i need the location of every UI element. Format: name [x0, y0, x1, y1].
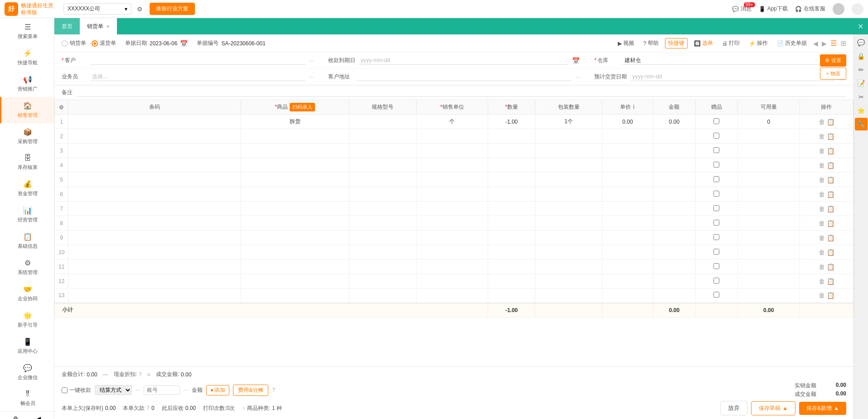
qty-cell[interactable]	[488, 289, 535, 303]
barcode-cell[interactable]	[68, 245, 241, 260]
qty-cell[interactable]	[488, 158, 535, 173]
spec-cell[interactable]	[349, 231, 416, 245]
gift-checkbox[interactable]	[713, 249, 719, 255]
barcode-cell[interactable]	[68, 187, 241, 202]
v-btn-5[interactable]: ✂	[855, 91, 868, 103]
price-cell[interactable]	[602, 274, 653, 289]
price-cell[interactable]	[602, 289, 653, 303]
addr-dots[interactable]: ···	[575, 74, 580, 80]
copy-icon[interactable]: 📋	[827, 249, 834, 256]
barcode-cell[interactable]	[68, 274, 241, 289]
unit-cell[interactable]	[416, 129, 488, 144]
qty-cell[interactable]: -1.00	[488, 115, 535, 129]
gift-cell[interactable]	[695, 173, 737, 187]
select-btn[interactable]: 🔲 选单	[691, 39, 716, 48]
amount-cell[interactable]	[653, 245, 695, 260]
expected-date-input[interactable]	[630, 72, 835, 81]
qty-cell[interactable]	[488, 144, 535, 158]
amount-cell[interactable]	[653, 202, 695, 216]
barcode-input[interactable]	[72, 220, 237, 226]
sidebar-item-quicknav[interactable]: ⚡ 快捷导航	[0, 44, 54, 71]
barcode-input[interactable]	[72, 191, 237, 197]
product-cell[interactable]	[241, 231, 349, 245]
barcode-cell[interactable]	[68, 144, 241, 158]
settings-button[interactable]: ⚙	[133, 3, 146, 15]
spec-cell[interactable]	[349, 187, 416, 202]
customer-dots[interactable]: ···	[309, 58, 314, 64]
gift-checkbox[interactable]	[713, 133, 719, 139]
qty-cell[interactable]	[488, 216, 535, 231]
pkg-qty-cell[interactable]: 1个	[535, 115, 602, 129]
pkg-qty-cell[interactable]	[535, 274, 602, 289]
amount-cell[interactable]	[653, 187, 695, 202]
gift-cell[interactable]	[695, 260, 737, 274]
price-cell[interactable]: 0.00	[602, 115, 653, 129]
amount-cell[interactable]	[653, 144, 695, 158]
prev-debt-info-icon[interactable]: ?	[146, 405, 150, 411]
price-info-icon[interactable]: ℹ	[633, 104, 635, 110]
customer-input[interactable]	[90, 56, 305, 65]
sidebar-item-wecom[interactable]: 💬 企业微信	[0, 359, 54, 385]
sidebar-item-system[interactable]: ⚙ 系统管理	[0, 254, 54, 280]
barcode-cell[interactable]	[68, 216, 241, 231]
product-cell[interactable]	[241, 173, 349, 187]
gift-cell[interactable]	[695, 187, 737, 202]
gift-cell[interactable]	[695, 231, 737, 245]
delete-icon[interactable]: 🗑	[819, 191, 825, 198]
close-window-icon[interactable]: ✕	[858, 22, 863, 31]
gift-cell[interactable]	[695, 216, 737, 231]
delete-icon[interactable]: 🗑	[819, 147, 825, 154]
gift-checkbox[interactable]	[713, 191, 719, 197]
qty-cell[interactable]	[488, 129, 535, 144]
salesperson-input[interactable]	[90, 72, 305, 81]
gift-cell[interactable]	[695, 245, 737, 260]
save-new-button[interactable]: 保存&新增 ▲	[799, 402, 846, 415]
gift-checkbox[interactable]	[713, 205, 719, 211]
barcode-cell[interactable]	[68, 173, 241, 187]
one-click-payment-label[interactable]: 一键收款	[62, 386, 91, 394]
shortcut-btn[interactable]: 快捷键	[665, 38, 688, 48]
price-cell[interactable]	[602, 187, 653, 202]
sidebar-collapse-icon[interactable]: ◀	[37, 415, 41, 419]
sidebar-item-member[interactable]: 🎖 畅会员	[0, 385, 54, 411]
gift-checkbox[interactable]	[713, 220, 719, 226]
amount-cell[interactable]	[653, 158, 695, 173]
price-cell[interactable]	[602, 202, 653, 216]
gift-cell[interactable]	[695, 289, 737, 303]
product-cell[interactable]	[241, 202, 349, 216]
delete-icon[interactable]: 🗑	[819, 249, 825, 256]
payment-method-select[interactable]: 结算方式	[95, 385, 132, 395]
qty-cell[interactable]	[488, 274, 535, 289]
qty-cell[interactable]	[488, 202, 535, 216]
spec-cell[interactable]	[349, 129, 416, 144]
sidebar-item-sales[interactable]: 🏠 销售管理	[0, 97, 54, 123]
radio-sales[interactable]: 销货单	[62, 39, 86, 47]
save-draft-button[interactable]: 保存草稿 ▲	[751, 401, 795, 415]
spec-cell[interactable]	[349, 289, 416, 303]
spec-cell[interactable]	[349, 144, 416, 158]
sidebar-item-search[interactable]: ☰ 搜索菜单	[0, 18, 54, 44]
barcode-input[interactable]	[72, 235, 237, 241]
gift-cell[interactable]	[695, 129, 737, 144]
payment-method-dots[interactable]: ···	[136, 387, 140, 393]
sidebar-item-guide[interactable]: 🌟 新手引导	[0, 307, 54, 333]
pkg-qty-cell[interactable]	[535, 245, 602, 260]
delete-icon[interactable]: 🗑	[819, 278, 825, 285]
logistics-btn[interactable]: + 物流	[820, 67, 846, 80]
product-cell[interactable]	[241, 158, 349, 173]
v-btn-6[interactable]: ⭐	[855, 104, 868, 117]
qty-cell[interactable]	[488, 260, 535, 274]
v-btn-3[interactable]: ✏	[855, 63, 868, 76]
copy-icon[interactable]: 📋	[827, 191, 834, 198]
amount-cell[interactable]: 0.00	[653, 115, 695, 129]
unit-cell[interactable]	[416, 274, 488, 289]
sidebar-item-appcenter[interactable]: 📱 应用中心	[0, 333, 54, 359]
amount-cell[interactable]	[653, 289, 695, 303]
qty-cell[interactable]	[488, 231, 535, 245]
v-btn-7[interactable]: 🔧	[855, 118, 868, 130]
gift-cell[interactable]	[695, 274, 737, 289]
copy-icon[interactable]: 📋	[827, 263, 834, 270]
gift-checkbox[interactable]	[713, 278, 719, 284]
copy-icon[interactable]: 📋	[827, 118, 834, 125]
product-cell[interactable]	[241, 144, 349, 158]
